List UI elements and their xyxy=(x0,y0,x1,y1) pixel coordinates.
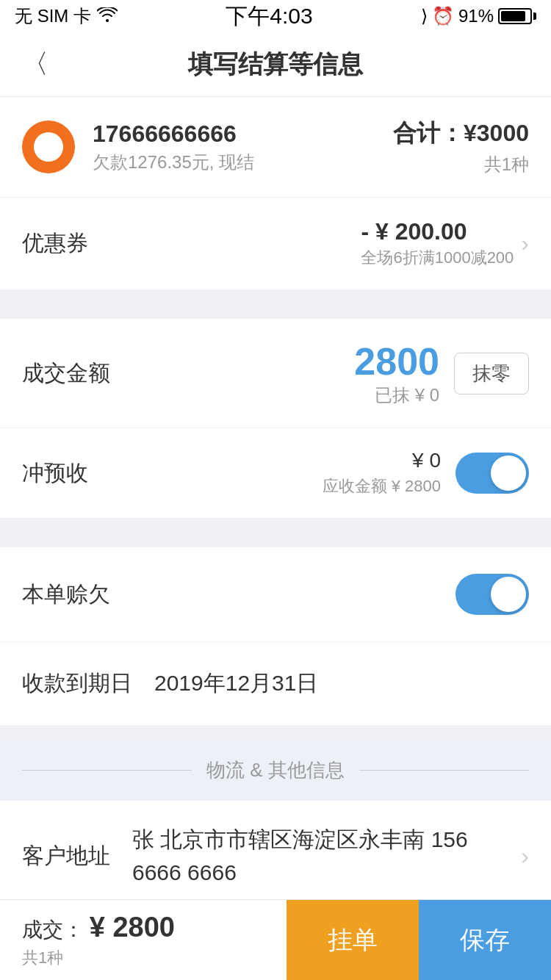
trans-amount-label: 成交金额 xyxy=(22,359,110,389)
avatar xyxy=(22,120,75,173)
logistics-line-right xyxy=(359,770,529,771)
user-info: 17666666666 欠款1276.35元, 现结 xyxy=(93,120,393,174)
pre-collect-right: ¥ 0 应收金额 ¥ 2800 xyxy=(323,449,529,497)
nav-bar: 〈 填写结算等信息 xyxy=(0,32,551,97)
status-left: 无 SIM 卡 xyxy=(15,4,118,28)
trans-amount-value: 2800 xyxy=(354,339,439,383)
bottom-summary: 成交： ¥ 2800 共1种 xyxy=(0,912,287,969)
status-time: 下午4:03 xyxy=(226,1,312,32)
bottom-items: 共1种 xyxy=(22,947,287,969)
content-area: 17666666666 欠款1276.35元, 现结 合计：¥3000 共1种 … xyxy=(0,97,551,980)
amount-value-block: 2800 已抹 ¥ 0 xyxy=(354,339,439,407)
pre-collect-values: ¥ 0 应收金额 ¥ 2800 xyxy=(323,449,441,497)
logistics-header: 物流 & 其他信息 xyxy=(0,740,551,801)
logistics-title: 物流 & 其他信息 xyxy=(206,757,345,783)
user-sub: 欠款1276.35元, 现结 xyxy=(93,151,393,174)
coupon-row[interactable]: 优惠券 - ¥ 200.00 全场6折满1000减200 › xyxy=(0,197,551,289)
bottom-bar: 成交： ¥ 2800 共1种 挂单 保存 xyxy=(0,899,551,980)
pre-collect-sub: 应收金额 ¥ 2800 xyxy=(323,475,441,497)
user-total: 合计：¥3000 共1种 xyxy=(393,118,529,176)
bottom-deal-label: 成交： xyxy=(22,918,84,941)
coupon-value-block: - ¥ 200.00 全场6折满1000减200 xyxy=(361,218,514,269)
amount-row: 成交金额 2800 已抹 ¥ 0 抹零 xyxy=(0,319,551,428)
amount-right: 2800 已抹 ¥ 0 抹零 xyxy=(354,339,529,407)
status-bar: 无 SIM 卡 下午4:03 ⟩ ⏰ 91% xyxy=(0,0,551,32)
coupon-label: 优惠券 xyxy=(22,228,88,259)
wifi-icon xyxy=(97,6,118,26)
user-phone: 17666666666 xyxy=(93,120,393,148)
section-divider-1 xyxy=(0,304,551,319)
alarm-icon: ⏰ xyxy=(432,6,454,26)
page-title: 填写结算等信息 xyxy=(188,48,363,82)
battery-percent: 91% xyxy=(458,6,494,26)
pre-collect-amount: ¥ 0 xyxy=(323,449,441,472)
coupon-amount: - ¥ 200.00 xyxy=(361,218,514,245)
back-button[interactable]: 〈 xyxy=(22,46,48,82)
user-info-card: 17666666666 欠款1276.35元, 现结 合计：¥3000 共1种 … xyxy=(0,97,551,289)
carrier-text: 无 SIM 卡 xyxy=(15,4,91,28)
pre-collect-label: 冲预收 xyxy=(22,458,88,489)
total-sub: 共1种 xyxy=(393,153,529,176)
pre-collect-row: 冲预收 ¥ 0 应收金额 ¥ 2800 xyxy=(0,428,551,518)
pre-collect-toggle[interactable] xyxy=(455,453,529,494)
total-amount: 合计：¥3000 xyxy=(393,118,529,150)
location-icon: ⟩ xyxy=(421,6,428,26)
duedate-value: 2019年12月31日 xyxy=(154,669,318,699)
debt-toggle[interactable] xyxy=(455,574,529,615)
duedate-label: 收款到期日 xyxy=(22,669,132,699)
debt-row: 本单赊欠 xyxy=(0,547,551,641)
coupon-right: - ¥ 200.00 全场6折满1000减200 › xyxy=(361,218,529,269)
bottom-deal-row: 成交： ¥ 2800 xyxy=(22,912,287,944)
address-chevron-icon: › xyxy=(521,843,529,870)
address-card[interactable]: 客户地址 张 北京市市辖区海淀区永丰南 156 6666 6666 › xyxy=(0,801,551,911)
battery-icon xyxy=(498,8,536,24)
status-right: ⟩ ⏰ 91% xyxy=(421,6,536,26)
user-row: 17666666666 欠款1276.35元, 现结 合计：¥3000 共1种 xyxy=(0,97,551,197)
debt-label: 本单赊欠 xyxy=(22,580,110,610)
avatar-icon xyxy=(34,132,63,162)
pending-button[interactable]: 挂单 xyxy=(287,900,419,981)
bottom-deal-amount: ¥ 2800 xyxy=(90,912,175,943)
address-label: 客户地址 xyxy=(22,841,110,871)
logistics-line-left xyxy=(22,770,192,771)
trans-amount-sub: 已抹 ¥ 0 xyxy=(354,383,439,407)
coupon-desc: 全场6折满1000减200 xyxy=(361,247,514,269)
round-zero-button[interactable]: 抹零 xyxy=(454,353,529,394)
transaction-amount-card: 成交金额 2800 已抹 ¥ 0 抹零 冲预收 ¥ 0 应收金额 ¥ 2800 xyxy=(0,319,551,518)
duedate-row: 收款到期日 2019年12月31日 xyxy=(0,641,551,725)
address-value: 张 北京市市辖区海淀区永丰南 156 6666 6666 xyxy=(132,823,521,889)
chevron-right-icon: › xyxy=(521,230,529,257)
address-row[interactable]: 客户地址 张 北京市市辖区海淀区永丰南 156 6666 6666 › xyxy=(0,801,551,911)
section-divider-2 xyxy=(0,533,551,547)
save-button[interactable]: 保存 xyxy=(419,900,551,981)
debt-card: 本单赊欠 收款到期日 2019年12月31日 xyxy=(0,547,551,725)
